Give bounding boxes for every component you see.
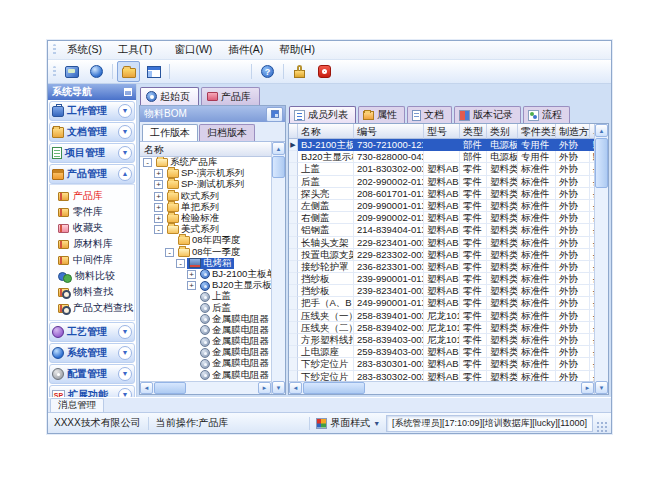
sidebar-section-docm[interactable]: 文档管理 ▼ xyxy=(49,122,135,142)
toolbar-button-exit-icon[interactable] xyxy=(313,61,336,82)
sidebar-item-middleware-db[interactable]: 中间件库 xyxy=(50,252,134,268)
table-row[interactable]: 把手（A、B）249-990001-01X塑料ABS零件塑料类标准件外协条 xyxy=(289,297,594,309)
sidebar-item-material-search[interactable]: 物料查找 xyxy=(50,284,134,300)
scroll-thumb[interactable] xyxy=(272,156,285,178)
menu-item[interactable]: 工具(T) xyxy=(110,42,160,56)
toolbar-button-open-folder-icon[interactable] xyxy=(117,61,140,82)
chevron-down-icon[interactable]: ▼ xyxy=(118,325,132,339)
sidebar-section-craft[interactable]: 工艺管理 ▼ xyxy=(49,322,135,342)
version-tab[interactable]: 归档版本 xyxy=(199,124,255,141)
tree-horizontal-scrollbar[interactable]: ◄ ► xyxy=(140,381,271,394)
scroll-down-icon[interactable]: ▼ xyxy=(595,381,608,394)
column-header[interactable]: 名称 xyxy=(298,124,354,139)
column-header[interactable]: 零件类型 xyxy=(518,124,556,139)
toolbar-button-lock-icon[interactable] xyxy=(288,61,311,82)
table-row[interactable]: 接纱轮护罩236-823301-00X塑料ABS零件塑料类标准件外协条 xyxy=(289,261,594,273)
scroll-left-icon[interactable]: ◄ xyxy=(140,382,153,394)
table-row[interactable]: 后盖202-990002-01X塑料ABS零件塑料类标准件外协条 xyxy=(289,176,594,188)
collapse-icon[interactable]: - xyxy=(176,259,185,268)
chevron-down-icon[interactable]: ▼ xyxy=(118,367,132,381)
sidebar-section-system[interactable]: 系统管理 ▼ xyxy=(49,343,135,363)
expand-icon[interactable]: + xyxy=(154,203,163,212)
message-manager-tab[interactable]: 消息管理 xyxy=(50,398,104,412)
column-header[interactable]: 类型 xyxy=(460,124,487,139)
expand-icon[interactable]: + xyxy=(187,281,196,290)
member-tab[interactable]: 文档 xyxy=(407,106,452,123)
collapse-icon[interactable]: - xyxy=(154,225,163,234)
version-tab[interactable]: 工作版本 xyxy=(142,124,198,141)
scroll-right-icon[interactable]: ► xyxy=(258,382,271,394)
sidebar-item-compare[interactable]: 物料比较 xyxy=(50,268,134,284)
toolbar-button-globe-icon[interactable] xyxy=(85,61,108,82)
expand-icon[interactable]: + xyxy=(154,192,163,201)
table-row[interactable]: 压线夹（二）258-839402-00X尼龙1010零件塑料类标准件外协条 xyxy=(289,322,594,334)
member-tab[interactable]: 成员列表 xyxy=(289,106,356,123)
member-tab[interactable]: 属性 xyxy=(358,106,405,123)
toolbar-button-monitor-icon[interactable] xyxy=(60,61,83,82)
sidebar-item-materials-db[interactable]: 原材料库 xyxy=(50,236,134,252)
toolbar-button-report-edit-icon[interactable] xyxy=(199,61,222,82)
table-row[interactable]: 方形塑料线扣258-839403-00X尼龙1010零件塑料类标准件外协条 xyxy=(289,334,594,346)
menu-item[interactable]: 插件(A) xyxy=(220,42,271,56)
table-row[interactable]: ▶BJ-2100主板单点730-721000-12X部件电源板专用件外协颗 xyxy=(289,139,594,151)
toolbar-grip-handle[interactable] xyxy=(53,66,56,78)
document-tab[interactable]: 起始页 xyxy=(140,87,199,105)
scroll-up-icon[interactable]: ▲ xyxy=(272,142,285,155)
sidebar-section-sp[interactable]: 扩展功能 ▼ xyxy=(49,385,135,397)
table-row[interactable]: 长轴头支架229-823401-00X塑料ABS零件塑料类标准件外协条 xyxy=(289,237,594,249)
expand-icon[interactable]: + xyxy=(187,270,196,279)
tree-column-header[interactable]: 名称 xyxy=(140,142,271,157)
column-header[interactable]: 编号 xyxy=(354,124,424,139)
sidebar-section-project[interactable]: 项目管理 ▼ xyxy=(49,143,135,163)
expand-icon[interactable]: + xyxy=(154,180,163,189)
sidebar-section-productm[interactable]: 产品管理 ▲ xyxy=(49,164,135,184)
column-header[interactable]: 类别 xyxy=(487,124,518,139)
menu-item[interactable]: 系统(S) xyxy=(59,42,110,56)
table-row[interactable]: 左侧盖209-990001-01X塑料ABS零件塑料类标准件外协条 xyxy=(289,200,594,212)
sidebar-item-doc-search[interactable]: 产品文档查找 xyxy=(50,300,134,316)
scroll-thumb[interactable] xyxy=(303,382,365,394)
menubar-grip-handle[interactable] xyxy=(53,44,56,56)
sidebar-section-work[interactable]: 工作管理 ▼ xyxy=(49,101,135,121)
table-row[interactable]: 下纱定位片（右）283-830302-00X塑料ABS零件塑料类标准件外协条 xyxy=(289,371,594,381)
sidebar-item-parts-db[interactable]: 零件库 xyxy=(50,204,134,220)
menu-item[interactable]: 帮助(H) xyxy=(271,42,323,56)
chevron-up-icon[interactable]: ▲ xyxy=(118,167,132,181)
table-horizontal-scrollbar[interactable]: ◄ ► xyxy=(289,381,594,394)
member-tab[interactable]: 版本记录 xyxy=(454,106,521,123)
collapse-icon[interactable]: - xyxy=(165,248,174,257)
sidebar-item-favorites[interactable]: 收藏夹 xyxy=(50,220,134,236)
expand-icon[interactable]: + xyxy=(154,214,163,223)
toolbar-button-help-icon[interactable] xyxy=(256,61,279,82)
chevron-down-icon[interactable]: ▼ xyxy=(118,146,132,160)
expand-icon[interactable]: + xyxy=(154,169,163,178)
table-row[interactable]: 挡纱板239-823401-00X塑料ABS零件塑料类标准件外协条 xyxy=(289,285,594,297)
table-row[interactable]: 右侧盖209-990002-01X塑料ABS零件塑料类标准件外协条 xyxy=(289,212,594,224)
resize-grip[interactable] xyxy=(597,422,608,433)
tree-vertical-scrollbar[interactable]: ▲ ▼ xyxy=(271,142,285,394)
collapse-icon[interactable]: - xyxy=(143,158,152,167)
toolbar-button-report-new-icon[interactable] xyxy=(174,61,197,82)
scroll-right-icon[interactable]: ► xyxy=(581,382,594,394)
scroll-down-icon[interactable]: ▼ xyxy=(272,381,285,394)
member-tab[interactable]: 流程 xyxy=(523,106,570,123)
scroll-up-icon[interactable]: ▲ xyxy=(595,124,608,137)
table-row[interactable]: 下纱定位片（左）283-830301-00X塑料ABS零件塑料类标准件外协条 xyxy=(289,358,594,370)
table-row[interactable]: 探头亮208-601701-01X塑料ABS零件塑料类标准件外协条 xyxy=(289,188,594,200)
menu-item[interactable]: 窗口(W) xyxy=(166,42,220,56)
chevron-down-icon[interactable]: ▼ xyxy=(118,104,132,118)
table-row[interactable]: 挡纱板239-990001-01X塑料ABS零件塑料类标准件外协条 xyxy=(289,273,594,285)
table-vertical-scrollbar[interactable]: ▲ ▼ xyxy=(594,124,608,394)
toolbar-button-workspace-icon[interactable] xyxy=(142,61,165,82)
column-header[interactable]: 型号 xyxy=(424,124,460,139)
column-header[interactable]: 制造方式 xyxy=(556,124,590,139)
table-row[interactable]: 压线夹（一）258-839401-00X尼龙1010零件塑料类标准件外协条 xyxy=(289,310,594,322)
chevron-down-icon[interactable]: ▼ xyxy=(118,346,132,360)
scroll-left-icon[interactable]: ◄ xyxy=(289,382,302,394)
toolbar-button-report-delete-icon[interactable] xyxy=(224,61,247,82)
scroll-thumb[interactable] xyxy=(154,382,186,394)
table-row[interactable]: 投置电源支架229-823302-00X塑料ABS零件塑料类标准件外协条 xyxy=(289,249,594,261)
document-tab[interactable]: 产品库 xyxy=(201,87,260,105)
table-row[interactable]: 上盖201-830302-00X塑料ABS零件塑料类标准件外协条 xyxy=(289,163,594,175)
scroll-thumb[interactable] xyxy=(595,138,608,188)
